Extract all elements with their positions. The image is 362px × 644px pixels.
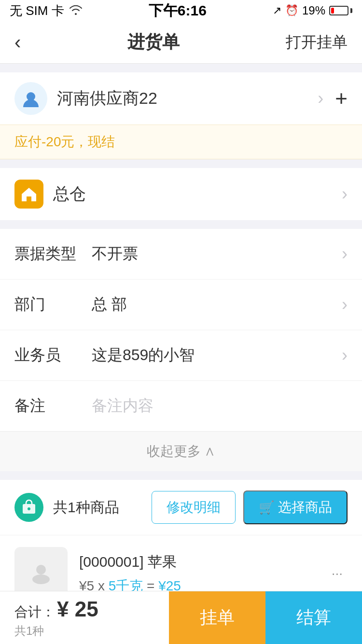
warehouse-name: 总仓 xyxy=(53,183,342,205)
battery-icon xyxy=(329,6,352,15)
salesperson-chevron-icon: › xyxy=(342,345,348,365)
field-row-department[interactable]: 部门 总 部 › xyxy=(0,279,362,330)
bottom-bar: 合计： ¥ 25 共1种 挂单 结算 xyxy=(0,591,362,644)
svg-text:智+: 智+ xyxy=(36,577,47,585)
warehouse-chevron-icon: › xyxy=(342,184,348,204)
total-amount: ¥ 25 xyxy=(57,597,98,621)
field-row-invoice[interactable]: 票据类型 不开票 › xyxy=(0,229,362,279)
supplier-chevron-icon: › xyxy=(318,88,323,109)
supplier-name: 河南供应商22 xyxy=(57,87,318,110)
fields-card: 票据类型 不开票 › 部门 总 部 › 业务员 这是859的小智 › 备注 备注… xyxy=(0,229,362,431)
salesperson-label: 业务员 xyxy=(14,345,82,366)
navigation-bar: ‹ 进货单 打开挂单 xyxy=(0,21,362,64)
select-product-button[interactable]: 🛒 选择商品 xyxy=(243,490,348,524)
edit-detail-button[interactable]: 修改明细 xyxy=(152,491,236,524)
alarm-icon: ⏰ xyxy=(285,4,298,17)
collapse-toggle[interactable]: 收起更多 ∧ xyxy=(0,431,362,471)
hang-button[interactable]: 挂单 xyxy=(169,591,265,644)
supplier-row[interactable]: 河南供应商22 › + xyxy=(0,72,362,125)
remark-input[interactable]: 备注内容 xyxy=(82,395,348,417)
wifi-icon xyxy=(69,3,83,18)
divider-4 xyxy=(0,471,362,480)
status-time: 下午6:16 xyxy=(149,1,207,21)
product-header: 共1种商品 修改明细 🛒 选择商品 xyxy=(0,480,362,535)
open-hang-button[interactable]: 打开挂单 xyxy=(286,32,348,53)
total-section: 合计： ¥ 25 共1种 xyxy=(0,597,169,639)
add-supplier-button[interactable]: + xyxy=(335,86,348,111)
carrier-text: 无 SIM 卡 xyxy=(10,2,64,19)
svg-point-5 xyxy=(36,565,46,574)
product-count-text: 共1种商品 xyxy=(53,498,152,518)
location-icon: ↗ xyxy=(273,4,281,17)
status-carrier: 无 SIM 卡 xyxy=(10,2,83,19)
warehouse-icon xyxy=(14,180,43,209)
total-label: 合计： xyxy=(14,603,55,621)
salesperson-value: 这是859的小智 xyxy=(82,345,342,366)
divider-2 xyxy=(0,159,362,168)
department-label: 部门 xyxy=(14,294,82,315)
page-title: 进货单 xyxy=(127,30,180,54)
status-bar: 无 SIM 卡 下午6:16 ↗ ⏰ 19% xyxy=(0,0,362,21)
svg-point-4 xyxy=(28,507,30,510)
invoice-label: 票据类型 xyxy=(14,243,82,265)
warehouse-row[interactable]: 总仓 › xyxy=(0,168,362,220)
product-count-icon xyxy=(14,493,43,522)
battery-percent: 19% xyxy=(302,4,325,17)
field-row-salesperson[interactable]: 业务员 这是859的小智 › xyxy=(0,330,362,380)
total-count: 共1种 xyxy=(14,623,154,639)
remark-label: 备注 xyxy=(14,395,82,417)
product-name: [0000001] 苹果 xyxy=(79,552,327,572)
checkout-button[interactable]: 结算 xyxy=(265,591,362,644)
product-more-button[interactable]: ··· xyxy=(327,561,348,586)
back-button[interactable]: ‹ xyxy=(14,31,21,53)
supplier-card: 河南供应商22 › + 应付-20元，现结 xyxy=(0,72,362,159)
divider-1 xyxy=(0,64,362,72)
supplier-avatar xyxy=(14,82,47,115)
status-indicators: ↗ ⏰ 19% xyxy=(273,4,352,17)
supplier-alert: 应付-20元，现结 xyxy=(0,125,362,159)
invoice-chevron-icon: › xyxy=(342,244,348,264)
svg-rect-1 xyxy=(27,196,31,202)
field-row-remark[interactable]: 备注 备注内容 xyxy=(0,380,362,431)
product-info: [0000001] 苹果 ¥5 x 5千克 = ¥25 xyxy=(79,552,327,595)
department-chevron-icon: › xyxy=(342,294,348,315)
department-value: 总 部 xyxy=(82,294,342,315)
warehouse-card: 总仓 › xyxy=(0,168,362,220)
divider-3 xyxy=(0,220,362,229)
cart-icon: 🛒 xyxy=(259,500,274,515)
invoice-value: 不开票 xyxy=(82,243,342,265)
